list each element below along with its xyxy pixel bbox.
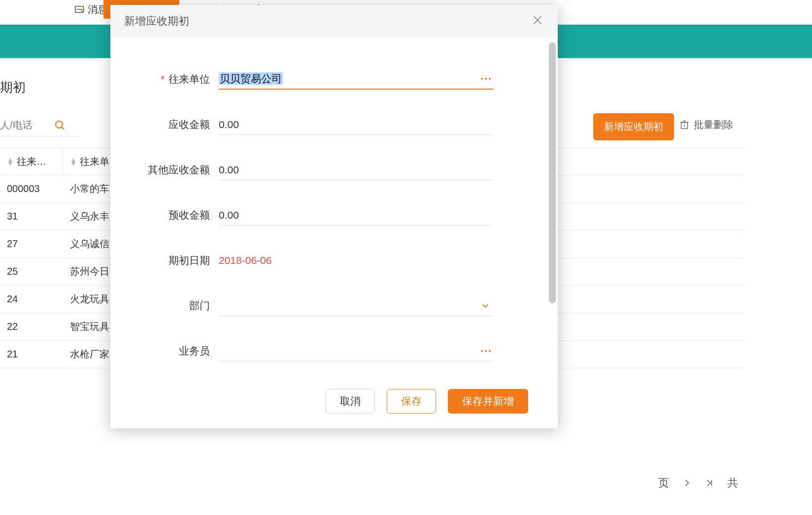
advance-input[interactable] [219, 206, 494, 224]
partner-picker-button[interactable] [481, 78, 494, 80]
field-salesperson[interactable] [219, 341, 494, 361]
receivable-input[interactable] [219, 116, 494, 133]
form-row-other-receivable: 其他应收金额 [130, 160, 494, 180]
modal-overlay: 新增应收期初 *往来单位 贝贝贸易公司 应收金额 [0, 0, 812, 515]
form-row-initial-date: 期初日期 2018-06-06 [130, 250, 494, 271]
department-input[interactable] [219, 297, 480, 315]
partner-value: 贝贝贸易公司 [219, 72, 283, 85]
form-row-department: 部门 [130, 295, 494, 316]
label-other-receivable: 其他应收金额 [130, 163, 219, 177]
modal-scrollbar-track[interactable] [549, 42, 556, 303]
form-row-advance: 预收金额 [130, 205, 494, 225]
required-star-icon: * [161, 74, 165, 85]
field-advance[interactable] [219, 205, 494, 225]
form-row-salesperson: 业务员 [130, 341, 494, 361]
modal-header: 新增应收期初 [110, 5, 558, 37]
field-department[interactable] [219, 295, 494, 316]
label-advance: 预收金额 [130, 208, 219, 222]
label-initial-date: 期初日期 [130, 254, 219, 267]
chevron-down-icon [480, 300, 491, 311]
close-button[interactable] [531, 14, 544, 29]
modal-body: *往来单位 贝贝贸易公司 应收金额 其他应收金额 [110, 37, 558, 374]
label-receivable: 应收金额 [130, 118, 219, 131]
modal-scrollbar-thumb[interactable] [549, 42, 556, 303]
field-receivable[interactable] [219, 114, 494, 135]
label-partner-text: 往来单位 [169, 73, 210, 85]
cancel-button[interactable]: 取消 [326, 389, 375, 414]
field-initial-date: 2018-06-06 [219, 250, 494, 271]
salesperson-picker-button[interactable] [481, 350, 494, 352]
other-receivable-input[interactable] [219, 161, 494, 179]
label-department: 部门 [130, 299, 219, 313]
ellipsis-icon [481, 78, 491, 80]
label-salesperson: 业务员 [130, 344, 219, 358]
form-row-partner: *往来单位 贝贝贸易公司 [130, 69, 494, 90]
field-other-receivable[interactable] [219, 160, 494, 180]
field-partner[interactable]: 贝贝贸易公司 [219, 69, 494, 90]
add-receivable-modal: 新增应收期初 *往来单位 贝贝贸易公司 应收金额 [110, 5, 558, 428]
save-button[interactable]: 保存 [387, 389, 436, 414]
close-icon [531, 14, 544, 27]
label-partner: *往来单位 [130, 72, 219, 86]
salesperson-input[interactable] [219, 342, 481, 360]
initial-date-value: 2018-06-06 [219, 255, 271, 266]
department-dropdown-button[interactable] [480, 300, 494, 311]
modal-title: 新增应收期初 [124, 14, 189, 29]
form-row-receivable: 应收金额 [130, 114, 494, 135]
save-and-new-button[interactable]: 保存并新增 [448, 389, 528, 414]
ellipsis-icon [481, 350, 491, 352]
modal-footer: 取消 保存 保存并新增 [110, 374, 558, 428]
